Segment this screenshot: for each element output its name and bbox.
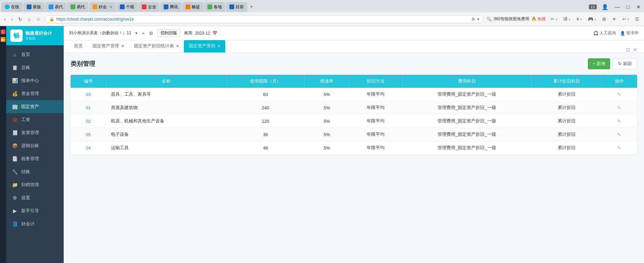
wallet-tool[interactable]: ¥ › — [574, 15, 584, 23]
apps-tool[interactable]: ⊞ — [600, 15, 608, 23]
cell-action[interactable]: ✎ — [602, 128, 637, 141]
cell-code[interactable]: 01 — [71, 101, 106, 115]
mini-icon-1[interactable]: E — [1, 29, 5, 34]
sidebar-item-ledger[interactable]: 📋 总账 — [6, 61, 64, 74]
sidebar-item-invoice[interactable]: 🧾 发票管理 — [6, 126, 64, 139]
sidebar-label-purchase: 进销台账 — [21, 143, 39, 149]
profile-icon[interactable]: 👤 — [599, 3, 610, 11]
user-avatar[interactable]: 👤 徐泽华 — [620, 30, 639, 36]
sidebar-item-settings[interactable]: ⚙ 设置 — [6, 191, 64, 204]
dropdown-arrow[interactable]: ▾ — [135, 31, 138, 36]
tab-close-category[interactable]: ✕ — [217, 44, 220, 48]
edit-icon[interactable]: ✎ — [617, 105, 621, 110]
cell-code[interactable]: 04 — [71, 141, 106, 155]
game-tool[interactable]: 🎮 › — [586, 15, 598, 23]
close-window-button[interactable]: ✕ — [634, 3, 643, 10]
search-bar[interactable]: 🔍 360智能抠图免费用 🔥 热搜 — [487, 16, 546, 22]
maximize-button[interactable]: □ — [625, 3, 632, 10]
page-tab-category[interactable]: 固定资产类别 ✕ — [184, 40, 225, 52]
edit-icon[interactable]: ✎ — [617, 92, 621, 97]
tab-close-depreciation[interactable]: ✕ — [176, 44, 179, 48]
sidebar-item-home[interactable]: ⌂ 首页 — [6, 48, 64, 61]
sidebar-label-help: 好会计 — [21, 221, 35, 227]
sidebar-item-tax[interactable]: 📑 税务管理 — [6, 152, 64, 165]
page-tab-home[interactable]: 首页 — [69, 40, 88, 52]
browser-tab-tax[interactable]: 个税 — [116, 2, 138, 12]
back-button[interactable]: ‹ — [3, 15, 7, 23]
sidebar-item-help[interactable]: 📘 好会计 — [6, 217, 64, 230]
sidebar-item-purchase[interactable]: 📦 进销台账 — [6, 139, 64, 152]
table-row: 04 运输工具 48 5% 年限平均 管理费用_固定资产折旧_一级 累计折旧 ✎ — [71, 141, 637, 155]
edit-icon[interactable]: ✎ — [617, 145, 621, 151]
page-tab-depreciation[interactable]: 固定资产折旧统计表 ✕ — [129, 40, 184, 52]
mini-icon-2[interactable]: ▶ — [1, 37, 5, 42]
dropdown-icon[interactable]: ▾ — [477, 17, 479, 22]
tab-close-fixed-mgmt[interactable]: ✕ — [121, 44, 124, 48]
scissors-tool[interactable]: ✂ › — [548, 15, 559, 23]
browser-tab-enterprise[interactable]: 企业 — [138, 2, 160, 12]
window-close-content-button[interactable]: ✕ — [633, 47, 637, 52]
browser-tab-hao[interactable]: 好会 ✕ — [89, 2, 116, 12]
bookmark-button[interactable]: ☆ — [35, 15, 42, 23]
cell-action[interactable]: ✎ — [602, 101, 637, 115]
site-settings-icon[interactable]: ⚙ — [471, 17, 475, 22]
browser-tab-tencent[interactable]: 腾讯 — [160, 2, 181, 12]
undo-tool[interactable]: ↩ › — [620, 15, 631, 23]
menu-tool[interactable]: ☰ — [633, 15, 641, 23]
period-value: 2023-12 — [195, 31, 210, 36]
cell-action[interactable]: ✎ — [602, 88, 637, 101]
browser-tab-zaix[interactable]: 在线 — [1, 2, 23, 12]
window-restore-button[interactable]: ⊡ — [626, 47, 630, 52]
edit-icon[interactable]: ✎ — [617, 132, 621, 137]
cell-code[interactable]: 05 — [71, 128, 106, 141]
reload-button[interactable]: ↻ — [17, 15, 24, 23]
add-user-button[interactable]: + — [142, 31, 144, 36]
sidebar-item-fixed-asset[interactable]: 🏢 固定资产 — [6, 100, 64, 113]
new-tab-button[interactable]: + — [248, 3, 255, 11]
url-bar[interactable]: 🔒 https://cloud.chanjet.com/accounting/u… — [45, 15, 484, 23]
cell-action[interactable]: ✎ — [602, 141, 637, 155]
consultant-button[interactable]: 🎧 人工咨询 — [593, 30, 616, 36]
minimize-button[interactable]: — — [613, 3, 622, 10]
switch-version-button[interactable]: 切到旧版 — [157, 29, 180, 37]
top-actions: 🎧 人工咨询 👤 徐泽华 — [593, 30, 639, 36]
col-header-action: 操作 — [602, 75, 637, 88]
sidebar-item-fund[interactable]: 💰 资金管理 — [6, 87, 64, 100]
sidebar-item-salary[interactable]: 💼 工资 — [6, 113, 64, 126]
tab-close-icon[interactable]: ✕ — [110, 5, 112, 9]
calendar-icon[interactable]: 📅 — [212, 31, 217, 36]
cell-action[interactable]: ✎ — [602, 115, 637, 128]
settings-gear-button[interactable]: ⚙ — [149, 31, 153, 36]
sidebar-label-report: 报表中心 — [21, 77, 39, 84]
forward-button[interactable]: › — [10, 15, 14, 23]
cell-code[interactable]: 02 — [71, 115, 106, 128]
cell-accumulated: 累计折旧 — [532, 128, 602, 141]
cell-method: 年限平均 — [349, 101, 402, 115]
brightness-tool[interactable]: ☀ — [610, 15, 618, 23]
sidebar-item-report[interactable]: 📊 报表中心 — [6, 74, 64, 87]
browser-tab-mq[interactable]: 目前 — [226, 2, 247, 12]
browser-tab-new[interactable]: 新版 — [23, 2, 45, 12]
home-button[interactable]: ⌂ — [26, 15, 32, 23]
tab-count-badge: 11 — [589, 4, 596, 9]
sidebar-label-home: 首页 — [21, 51, 30, 58]
cell-code[interactable]: 03 — [71, 88, 106, 101]
browser-tab-yid1[interactable]: 易代 — [45, 2, 66, 12]
sidebar-item-guide[interactable]: ▶ 新手引导 — [6, 204, 64, 217]
sidebar-item-archive[interactable]: 📁 归档管理 — [6, 178, 64, 191]
table-row: 03 器具、工具、家具等 60 5% 年限平均 管理费用_固定资产折旧_一级 累… — [71, 88, 637, 101]
browser-tab-gedi[interactable]: 各地 — [204, 2, 225, 12]
browser-tab-yid2[interactable]: 易代 — [67, 2, 88, 12]
edit-icon[interactable]: ✎ — [617, 119, 621, 124]
sidebar-label-tax: 税务管理 — [21, 156, 39, 162]
translate-tool[interactable]: 译 › — [561, 15, 572, 23]
browser-tab-changte[interactable]: 畅提 — [182, 2, 203, 12]
cell-period: 36 — [226, 128, 305, 141]
page-tab-fixed-mgmt[interactable]: 固定资产管理 ✕ — [88, 40, 129, 52]
col-header-method: 折旧方法 — [349, 75, 402, 88]
tab-label: 目前 — [236, 4, 244, 10]
add-button[interactable]: + 新增 — [588, 58, 610, 69]
sidebar-item-settlement[interactable]: 🔧 结账 — [6, 165, 64, 178]
page-title: 类别管理 — [71, 60, 95, 68]
refresh-button[interactable]: ↻ 刷新 — [613, 58, 637, 69]
